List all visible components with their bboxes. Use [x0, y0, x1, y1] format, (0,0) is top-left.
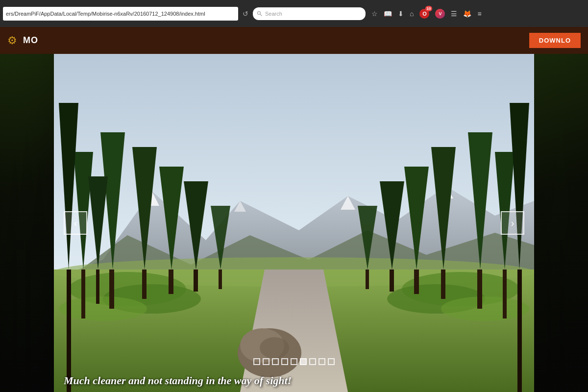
- ext2-button[interactable]: 🦊: [461, 9, 473, 19]
- refresh-button[interactable]: ↺: [240, 9, 251, 19]
- download-button[interactable]: ⬇: [396, 9, 406, 19]
- vivaldi-button[interactable]: V: [433, 8, 447, 20]
- extensions-button[interactable]: ☰: [449, 9, 459, 19]
- indicator-2[interactable]: [263, 358, 270, 365]
- search-icon: [257, 11, 263, 17]
- indicator-5[interactable]: [291, 358, 297, 365]
- indicator-8[interactable]: [318, 358, 325, 365]
- url-text: ers/DreamPiF/AppData/Local/Temp/Mobirise…: [6, 11, 205, 17]
- svg-point-21: [59, 296, 147, 321]
- svg-rect-43: [503, 270, 507, 318]
- home-button[interactable]: ⌂: [408, 9, 416, 19]
- svg-rect-33: [109, 270, 114, 309]
- download-app-button[interactable]: DOWNLO: [529, 33, 581, 48]
- svg-rect-51: [390, 270, 394, 292]
- url-bar[interactable]: ers/DreamPiF/AppData/Local/Temp/Mobirise…: [3, 7, 238, 21]
- app-logo: MO: [23, 35, 38, 46]
- svg-rect-31: [81, 270, 85, 318]
- search-placeholder: Search: [265, 11, 282, 17]
- svg-rect-37: [142, 270, 147, 299]
- main-content: ‹ › Much cleaner and not standing in the: [0, 54, 588, 392]
- indicator-1[interactable]: [253, 358, 260, 365]
- svg-point-0: [258, 11, 261, 14]
- nature-scene-svg: [54, 54, 534, 392]
- svg-rect-41: [194, 270, 198, 292]
- indicator-6[interactable]: [300, 358, 307, 365]
- settings-gear-icon[interactable]: ⚙: [7, 34, 17, 47]
- carousel-slide: ‹ › Much cleaner and not standing in the: [54, 54, 534, 392]
- menu-button[interactable]: ≡: [475, 9, 483, 19]
- carousel-next-button[interactable]: ›: [501, 211, 524, 235]
- bookmark-star-button[interactable]: ☆: [369, 9, 380, 19]
- svg-rect-47: [441, 270, 445, 299]
- indicator-9[interactable]: [328, 358, 335, 365]
- svg-point-29: [260, 337, 289, 359]
- svg-rect-55: [366, 270, 369, 289]
- browser-chrome: ers/DreamPiF/AppData/Local/Temp/Mobirise…: [0, 0, 588, 27]
- indicator-7[interactable]: [309, 358, 316, 365]
- browser-icons: ☆ 📖 ⬇ ⌂ O 10 V ☰ 🦊 ≡: [369, 8, 484, 20]
- svg-rect-53: [219, 270, 222, 289]
- svg-rect-35: [96, 270, 99, 304]
- carousel-caption: Much cleaner and not standing in the way…: [64, 374, 524, 387]
- svg-line-1: [260, 14, 262, 16]
- indicator-3[interactable]: [272, 358, 279, 365]
- opera-button[interactable]: O 10: [417, 8, 431, 20]
- vivaldi-icon: V: [435, 9, 445, 19]
- svg-rect-57: [517, 270, 522, 392]
- carousel-indicators: [253, 358, 335, 365]
- svg-rect-49: [414, 270, 419, 294]
- left-side-panel: [0, 54, 54, 392]
- svg-rect-39: [169, 270, 173, 294]
- search-bar[interactable]: Search: [253, 7, 366, 20]
- carousel-prev-button[interactable]: ‹: [64, 211, 87, 235]
- reader-button[interactable]: 📖: [382, 9, 394, 19]
- svg-rect-45: [477, 270, 482, 309]
- carousel-container: ‹ › Much cleaner and not standing in the: [54, 54, 534, 392]
- svg-rect-59: [67, 270, 71, 392]
- app-header: ⚙ MO DOWNLO: [0, 27, 588, 54]
- notification-badge: 10: [425, 6, 433, 11]
- indicator-4[interactable]: [281, 358, 288, 365]
- svg-point-24: [441, 296, 529, 321]
- right-side-panel: [534, 54, 588, 392]
